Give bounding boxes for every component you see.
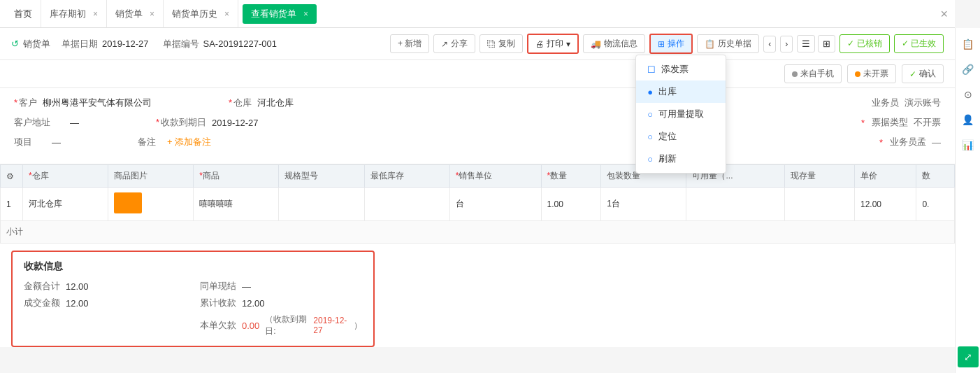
print-icon: 🖨: [535, 39, 544, 49]
status-yihexiao-button[interactable]: ✓ 已核销: [840, 34, 889, 53]
close-tab-sales-order[interactable]: ×: [150, 9, 154, 19]
row-min-stock: [364, 188, 449, 221]
next-button[interactable]: ›: [780, 36, 793, 52]
form-row-3: 项目 — 备注 + 添加备注 * 业务员孟 —: [14, 136, 941, 148]
subtotal-label: 小计: [1, 221, 955, 244]
salesman-field: * 业务员孟 —: [879, 136, 941, 148]
document-actions: + 新增 ↗ 分享 ⿻ 复制 🖨 打印 ▾ 🚚 物流信息: [390, 34, 944, 54]
current-owe-row: 本单欠款 0.00 （收款到期日: 2019-12-27 ）: [200, 314, 362, 337]
sidebar-expand-icon[interactable]: ⤢: [958, 346, 979, 354]
warehouse-field: *仓库 河北仓库: [229, 97, 294, 109]
document-title: ↺ 销货单: [11, 38, 50, 50]
row-current-stock: [785, 188, 855, 221]
col-spec: 规格型号: [279, 165, 364, 188]
row-product: 嘻嘻嘻嘻: [194, 188, 279, 221]
tiafapiao-icon: ☐: [647, 64, 656, 75]
note-field: 备注 + 添加备注: [138, 136, 211, 148]
copy-button[interactable]: ⿻ 复制: [480, 34, 523, 53]
caozuo-wrapper: ⊞ 操作 ☐ 添发票 ● 出库 ○: [649, 34, 693, 54]
data-table: ⚙ *仓库 商品图片 *商品 规格型号 最低库存 *销售单位 *数量 包装数量 …: [0, 164, 955, 244]
table-area: ⚙ *仓库 商品图片 *商品 规格型号 最低库存 *销售单位 *数量 包装数量 …: [0, 164, 955, 244]
address-field: 客户地址 —: [14, 116, 79, 129]
row-price: 12.00: [855, 188, 916, 221]
doc-type-icon: ↺: [11, 38, 19, 49]
tab-view-sales-order[interactable]: 查看销货单 ×: [243, 4, 317, 24]
phone-dot-icon: [792, 71, 798, 77]
document-area: ↺ 销货单 单据日期 2019-12-27 单据编号 SA-20191227-0…: [0, 28, 955, 347]
tab-sales-history[interactable]: 销货单历史 ×: [164, 0, 238, 27]
col-product-img: 商品图片: [108, 165, 194, 188]
tab-home[interactable]: 首页: [6, 0, 41, 27]
status-yishengxiao-button[interactable]: ✓ 已生效: [894, 34, 944, 53]
same-settlement-row: 同单现结 —: [200, 280, 362, 293]
grid-view-icon[interactable]: ⊞: [818, 35, 835, 52]
tab-inventory-init[interactable]: 库存期初 ×: [41, 0, 107, 27]
share-button[interactable]: ↗ 分享: [433, 34, 475, 53]
dropdown-item-shuaxin[interactable]: ○ 刷新: [636, 148, 726, 170]
sidebar-icon-2[interactable]: 🔗: [958, 59, 979, 80]
operator-field: 业务员 演示账号: [872, 97, 941, 109]
form-row-1: *客户 柳州粤港平安气体有限公司 *仓库 河北仓库 业务员 演示账号: [14, 97, 941, 109]
tab-bar: 首页 库存期初 × 销货单 × 销货单历史 × 查看销货单 × ×: [0, 0, 955, 28]
col-unit: *销售单位: [449, 165, 541, 188]
row-warehouse: 河北仓库: [23, 188, 108, 221]
list-view-icon[interactable]: ☰: [797, 35, 815, 52]
trade-amount-row: 成交金额 12.00: [24, 297, 186, 309]
add-button[interactable]: + 新增: [390, 34, 429, 53]
chuku-icon: ●: [647, 87, 653, 97]
history-button[interactable]: 📋 历史单据: [697, 34, 759, 53]
confirm-button[interactable]: ✓ 确认: [902, 64, 944, 83]
prev-button[interactable]: ‹: [763, 36, 776, 52]
subtotal-row: 小计: [1, 221, 955, 244]
doc-type-label: 销货单: [23, 38, 50, 50]
dropdown-item-tiafapiao[interactable]: ☐ 添发票: [636, 58, 726, 80]
caozuo-button[interactable]: ⊞ 操作: [649, 34, 693, 54]
col-product: *商品: [194, 165, 279, 188]
col-warehouse: *仓库: [23, 165, 108, 188]
col-min-stock: 最低库存: [364, 165, 449, 188]
close-tab-inventory-init[interactable]: ×: [93, 9, 98, 19]
caozuo-dropdown: ☐ 添发票 ● 出库 ○ 可用量提取 ○ 定位: [635, 55, 726, 174]
doc-date-item: 单据日期 2019-12-27: [62, 38, 149, 50]
row-avail: [686, 188, 785, 221]
logistics-button[interactable]: 🚚 物流信息: [583, 34, 645, 53]
row-unit: 台: [449, 188, 541, 221]
product-image: [114, 192, 142, 213]
sidebar-icon-1[interactable]: 📋: [958, 34, 979, 55]
not-invoiced-button[interactable]: 未开票: [847, 64, 896, 83]
col-num2: 数: [916, 165, 955, 188]
row-num: 1: [1, 188, 23, 221]
right-sidebar: 📋 🔗 ⊙ 👤 📊 ⤢: [955, 28, 980, 354]
sidebar-icon-5[interactable]: 📊: [958, 134, 979, 155]
row-qty: 1.00: [541, 188, 601, 221]
row-spec: [279, 188, 364, 221]
dropdown-item-chuku[interactable]: ● 出库: [636, 80, 726, 103]
form-row-2: 客户地址 — *收款到期日 2019-12-27 * 票据类型 不开票: [14, 116, 941, 129]
sidebar-icon-4[interactable]: 👤: [958, 109, 979, 130]
print-dropdown-arrow: ▾: [566, 39, 570, 49]
history-icon: 📋: [705, 39, 715, 49]
row-num2: 0.: [916, 188, 955, 221]
col-settings[interactable]: ⚙: [1, 165, 23, 188]
status-buttons: ✓ 已核销 ✓ 已生效: [840, 34, 944, 53]
ketiyong-icon: ○: [647, 109, 653, 120]
close-tab-view-sales-order[interactable]: ×: [303, 9, 308, 19]
share-icon: ↗: [441, 39, 448, 49]
row-pkg-qty: 1台: [601, 188, 686, 221]
confirm-icon: ✓: [909, 69, 916, 79]
from-phone-button[interactable]: 来自手机: [784, 64, 842, 83]
payment-title: 收款信息: [24, 260, 362, 273]
invoice-dot-icon: [855, 71, 860, 77]
tab-sales-order[interactable]: 销货单 ×: [107, 0, 164, 27]
cumulative-receipt-row: 累计收款 12.00: [200, 297, 362, 309]
sidebar-icon-3[interactable]: ⊙: [958, 84, 979, 105]
close-tab-sales-history[interactable]: ×: [224, 9, 229, 19]
window-close-button[interactable]: ×: [940, 6, 948, 21]
payment-info-box: 收款信息 金额合计 12.00 同单现结 — 成交金额 12.00 累计收款 1…: [11, 251, 375, 347]
dropdown-item-ketiyong[interactable]: ○ 可用量提取: [636, 103, 726, 125]
dropdown-item-dingwei[interactable]: ○ 定位: [636, 125, 726, 148]
print-button[interactable]: 🖨 打印 ▾: [527, 34, 579, 54]
doc-number-item: 单据编号 SA-20191227-001: [163, 38, 278, 50]
customer-field: *客户 柳州粤港平安气体有限公司: [14, 97, 152, 109]
document-meta: 单据日期 2019-12-27 单据编号 SA-20191227-001: [62, 38, 379, 50]
